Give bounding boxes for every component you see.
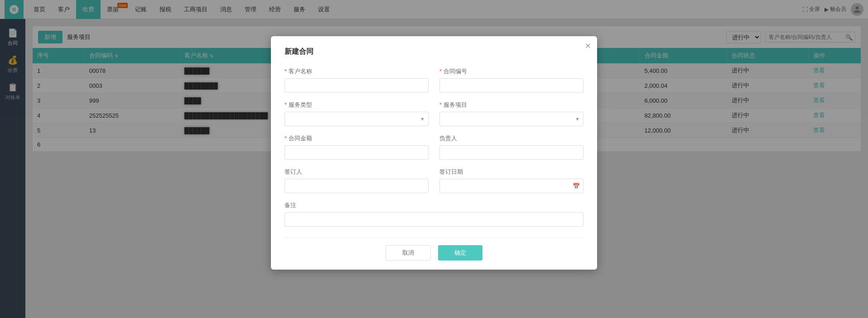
- field-amount: 合同金额 0.00: [285, 134, 429, 160]
- note-label: 备注: [285, 201, 583, 209]
- field-service-item: 服务项目 ▼: [439, 101, 583, 126]
- contract-no-input[interactable]: [439, 78, 583, 93]
- note-input[interactable]: [285, 212, 583, 227]
- sign-date-label: 签订日期: [439, 168, 583, 176]
- new-contract-modal: ✕ 新建合同 客户名称 合同编号 服务类型 ▼ 服务项目: [271, 36, 597, 270]
- cancel-button[interactable]: 取消: [386, 245, 431, 261]
- modal-footer: 取消 确定: [285, 237, 583, 261]
- field-sign-date: 签订日期 2023-06-06 📅: [439, 168, 583, 193]
- sign-date-input[interactable]: 2023-06-06: [439, 179, 583, 193]
- customer-name-label: 客户名称: [285, 67, 429, 76]
- field-responsible: 负责人: [439, 134, 583, 160]
- form-row-4: 签订人 签订日期 2023-06-06 📅: [285, 168, 583, 193]
- form-row-5: 备注: [285, 201, 583, 227]
- service-type-select-wrap: ▼: [285, 112, 429, 126]
- field-contract-no: 合同编号: [439, 67, 583, 93]
- responsible-label: 负责人: [439, 134, 583, 142]
- responsible-input[interactable]: [439, 145, 583, 160]
- field-service-type: 服务类型 ▼: [285, 101, 429, 126]
- modal-overlay: ✕ 新建合同 客户名称 合同编号 服务类型 ▼ 服务项目: [0, 0, 868, 318]
- confirm-button[interactable]: 确定: [438, 245, 482, 261]
- modal-close-button[interactable]: ✕: [585, 42, 591, 50]
- field-customer-name: 客户名称: [285, 67, 429, 93]
- form-row-1: 客户名称 合同编号: [285, 67, 583, 93]
- customer-name-input[interactable]: [285, 78, 429, 93]
- amount-input[interactable]: 0.00: [285, 145, 429, 160]
- contract-no-label: 合同编号: [439, 67, 583, 76]
- form-row-3: 合同金额 0.00 负责人: [285, 134, 583, 160]
- field-signer: 签订人: [285, 168, 429, 193]
- amount-label: 合同金额: [285, 134, 429, 142]
- service-item-select-wrap: ▼: [439, 112, 583, 126]
- service-type-label: 服务类型: [285, 101, 429, 109]
- sign-date-wrap: 2023-06-06 📅: [439, 179, 583, 193]
- form-row-2: 服务类型 ▼ 服务项目 ▼: [285, 101, 583, 126]
- service-type-select[interactable]: [285, 112, 429, 126]
- field-note: 备注: [285, 201, 583, 227]
- signer-input[interactable]: [285, 179, 429, 193]
- calendar-icon: 📅: [573, 183, 580, 190]
- signer-label: 签订人: [285, 168, 429, 176]
- modal-title: 新建合同: [285, 47, 583, 57]
- service-item-label: 服务项目: [439, 101, 583, 109]
- service-item-select[interactable]: [439, 112, 583, 126]
